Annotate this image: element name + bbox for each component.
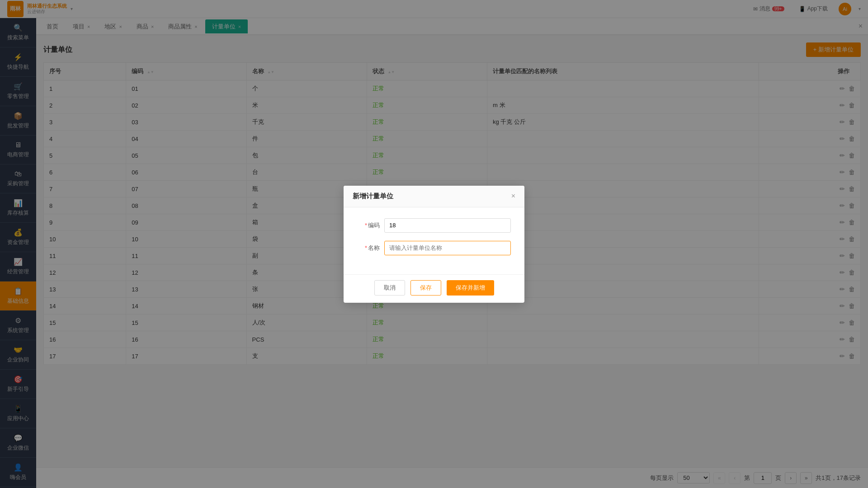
code-label: *编码 — [357, 221, 380, 230]
name-label: *名称 — [357, 244, 380, 252]
modal-close-button[interactable]: × — [511, 192, 515, 200]
modal-body: *编码 *名称 — [344, 207, 524, 274]
required-mark2: * — [365, 244, 367, 251]
required-mark: * — [365, 222, 367, 229]
form-row-name: *名称 — [357, 241, 511, 255]
save-new-button[interactable]: 保存并新增 — [447, 280, 494, 296]
cancel-button[interactable]: 取消 — [374, 280, 405, 296]
modal-footer: 取消 保存 保存并新增 — [344, 274, 524, 303]
modal-header: 新增计量单位 × — [344, 186, 524, 207]
name-input[interactable] — [384, 241, 511, 255]
code-input[interactable] — [384, 218, 511, 233]
modal-add-unit: 新增计量单位 × *编码 *名称 取消 保存 保存并新增 — [344, 186, 524, 303]
modal-title: 新增计量单位 — [353, 192, 393, 201]
form-row-code: *编码 — [357, 218, 511, 233]
save-button[interactable]: 保存 — [410, 280, 441, 296]
modal-overlay[interactable]: 新增计量单位 × *编码 *名称 取消 保存 保存并新增 — [0, 0, 868, 488]
